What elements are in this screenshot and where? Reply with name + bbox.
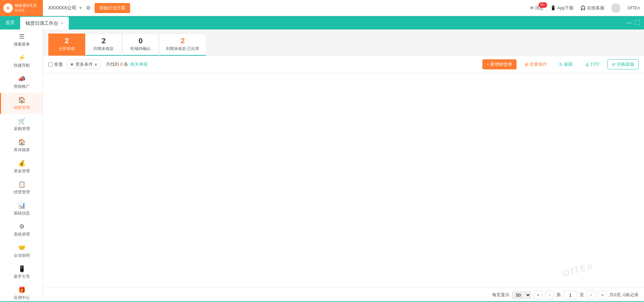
select-all-checkbox[interactable]: 全选 xyxy=(48,61,63,67)
stat-label-overdue-out: 到期未收款 已出库 xyxy=(166,46,199,52)
online-service-label: 在线客服 xyxy=(587,5,604,11)
sidebar-item-purchase-label: 采购管理 xyxy=(14,126,30,132)
tab-close-icon[interactable]: × xyxy=(61,21,63,26)
switch-icon: ⇄ xyxy=(612,62,615,67)
avatar-name[interactable]: OfTEn xyxy=(627,5,640,10)
guide-icon: 📱 xyxy=(18,265,25,273)
sidebar-item-enterprise-coop[interactable]: 🤝 企业协同 xyxy=(0,241,43,262)
sales-icon: 🏠 xyxy=(18,96,25,104)
filter-button[interactable]: ▼ 更多条件 ∨ xyxy=(67,60,101,69)
chevron-down-icon: ▼ xyxy=(78,6,83,10)
company-name: XXXXXX公司 xyxy=(48,5,76,11)
filter-label: 更多条件 xyxy=(75,61,93,67)
sidebar-item-app-center[interactable]: 🎁 应用中心 xyxy=(0,283,43,302)
logo-icon: 6 xyxy=(3,3,13,13)
stat-label-all: 全部单据 xyxy=(59,46,75,52)
select-all-label: 全选 xyxy=(54,61,63,67)
search-menu-icon: ☰ xyxy=(19,33,24,40)
sidebar-item-system-label: 系统管理 xyxy=(14,232,30,237)
sidebar-item-search-menu[interactable]: ☰ 搜索菜单 xyxy=(0,29,43,51)
tab-bar: 首页 钱货日清工作台 × — ⛶ xyxy=(0,16,644,29)
sidebar-item-guide[interactable]: 📱 新手引导 xyxy=(0,262,43,283)
logo-title: 畅捷通好生意 xyxy=(15,3,37,8)
sidebar-item-operations[interactable]: 📋 经营管理 xyxy=(0,177,43,198)
page-input[interactable] xyxy=(564,291,577,299)
app-download-button[interactable]: 📱 App下载 xyxy=(550,5,574,11)
print-label: 打印 xyxy=(591,61,599,67)
select-all-input[interactable] xyxy=(48,62,53,67)
message-badge: 99+ xyxy=(539,2,547,8)
logo-area: 6 畅捷通好生意 标准版 xyxy=(0,0,43,16)
refresh-btn[interactable]: ↻ 刷新 xyxy=(555,60,577,69)
prev-page-btn[interactable]: ‹ xyxy=(545,291,554,299)
batch-ops-label: 批量操作 xyxy=(530,61,547,67)
per-page-select[interactable]: 50 100 200 xyxy=(512,291,531,299)
company-selector[interactable]: XXXXXX公司 ▼ xyxy=(48,5,83,11)
stat-num-overdue: 2 xyxy=(102,37,106,45)
trial-button[interactable]: 体验行业方案 xyxy=(95,3,130,13)
settings-icon[interactable]: ⚙ xyxy=(86,5,91,11)
content-area: 2 全部单据 2 到期未收款 0 旺铺待确认 2 到期未收款 已出库 xyxy=(43,29,644,302)
switch-btn[interactable]: ⇄ 切换新版 xyxy=(607,59,639,69)
tab-active[interactable]: 钱货日清工作台 × xyxy=(20,17,69,30)
found-text: 共找到 0 条 相关单据 xyxy=(106,61,148,67)
batch-ops-btn[interactable]: ⊞ 批量操作 xyxy=(521,60,551,69)
first-page-btn[interactable]: « xyxy=(534,291,542,299)
tab-maximize-icon[interactable]: ⛶ xyxy=(635,20,640,26)
next-page-btn[interactable]: › xyxy=(587,291,595,299)
tab-bar-right: — ⛶ xyxy=(627,20,644,26)
online-service-button[interactable]: 🎧 在线客服 xyxy=(580,5,604,11)
stat-num-wangpu: 0 xyxy=(139,37,143,45)
sidebar-item-basic-info[interactable]: 📊 基础信息 xyxy=(0,198,43,220)
stat-tab-overdue-out[interactable]: 2 到期未收款 已出库 xyxy=(159,34,206,56)
system-icon: ⚙ xyxy=(19,223,24,230)
operations-icon: 📋 xyxy=(18,181,25,188)
new-sales-btn[interactable]: + 新增销货单 xyxy=(482,59,517,69)
sidebar-item-quick-nav-label: 快捷导航 xyxy=(14,63,30,68)
sidebar-item-finance-label: 资金管理 xyxy=(14,168,30,174)
avatar[interactable] xyxy=(611,3,621,13)
message-button[interactable]: ✉ 消息 99+ xyxy=(530,5,544,11)
app-download-label: App下载 xyxy=(557,5,574,11)
main-layout: ☰ 搜索菜单 ⚡ 快捷导航 📣 营销推广 🏠 销售管理 🛒 采购管理 🏠 库存核… xyxy=(0,29,644,302)
stat-tab-wangpu[interactable]: 0 旺铺待确认 xyxy=(122,34,159,56)
sidebar-item-sales[interactable]: 🏠 销售管理 xyxy=(0,93,43,114)
stat-num-overdue-out: 2 xyxy=(181,37,185,45)
stats-tabs: 2 全部单据 2 到期未收款 0 旺铺待确认 2 到期未收款 已出库 xyxy=(43,29,644,56)
stat-tab-all[interactable]: 2 全部单据 xyxy=(48,34,85,56)
found-prefix: 共找到 xyxy=(106,62,119,67)
toolbar: 全选 ▼ 更多条件 ∨ 共找到 0 条 相关单据 + 新增销货单 ⊞ 批量操作 xyxy=(43,56,644,73)
sidebar-item-guide-label: 新手引导 xyxy=(14,274,30,280)
last-page-btn[interactable]: » xyxy=(598,291,607,299)
sidebar-item-marketing-label: 营销推广 xyxy=(14,84,30,89)
logo-sub: 标准版 xyxy=(15,8,37,13)
stat-num-all: 2 xyxy=(65,37,69,45)
stat-label-wangpu: 旺铺待确认 xyxy=(130,46,151,52)
enterprise-coop-icon: 🤝 xyxy=(18,244,25,251)
purchase-icon: 🛒 xyxy=(18,117,25,125)
app-center-icon: 🎁 xyxy=(18,286,25,294)
sidebar-item-inventory[interactable]: 🏠 库存核算 xyxy=(0,135,43,156)
headset-icon: 🎧 xyxy=(580,5,586,10)
sidebar-item-search-menu-label: 搜索菜单 xyxy=(14,42,30,47)
refresh-icon: ↻ xyxy=(559,62,563,67)
tab-minimize-icon[interactable]: — xyxy=(627,20,632,26)
sidebar-item-basic-info-label: 基础信息 xyxy=(14,210,30,216)
download-icon: 📱 xyxy=(550,5,556,10)
quick-nav-icon: ⚡ xyxy=(18,54,25,61)
sidebar-item-marketing[interactable]: 📣 营销推广 xyxy=(0,72,43,93)
filter-arrow-icon: ∨ xyxy=(94,62,98,67)
sidebar-item-quick-nav[interactable]: ⚡ 快捷导航 xyxy=(0,51,43,72)
sidebar-item-system[interactable]: ⚙ 系统管理 xyxy=(0,220,43,241)
sidebar-item-purchase[interactable]: 🛒 采购管理 xyxy=(0,114,43,135)
print-btn[interactable]: 🖨 打印 xyxy=(581,60,603,69)
message-icon: ✉ xyxy=(530,5,534,10)
found-link[interactable]: 相关单据 xyxy=(130,62,148,67)
sidebar-item-enterprise-coop-label: 企业协同 xyxy=(14,253,30,258)
toolbar-right: + 新增销货单 ⊞ 批量操作 ↻ 刷新 🖨 打印 ⇄ 切换新版 xyxy=(482,59,639,69)
stat-tab-overdue[interactable]: 2 到期未收款 xyxy=(85,34,122,56)
sidebar-item-inventory-label: 库存核算 xyxy=(14,147,30,153)
sidebar-item-app-center-label: 应用中心 xyxy=(14,295,30,301)
tab-home[interactable]: 首页 xyxy=(0,16,20,29)
sidebar-item-finance[interactable]: 💰 资金管理 xyxy=(0,156,43,177)
